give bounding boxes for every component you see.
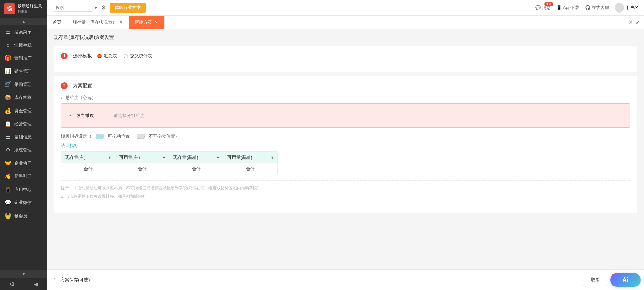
tab-home[interactable]: 首页 [47,16,67,29]
topbar-search: ▾ [53,4,97,12]
stats-col-0: 现存量(主) ▾ [61,152,115,163]
stats-col-1-dropdown[interactable]: ▾ [163,155,165,160]
logo-text: 畅康通好生意 [18,4,42,9]
radio-cross-input[interactable] [124,54,128,58]
save-checkbox[interactable]: 方案保存(可选) [54,277,90,283]
purchase-icon: 🛒 [5,81,11,88]
sidebar-item-cooperation[interactable]: 🤝 企业协同 [0,156,47,170]
ai-fab-button[interactable]: Ai [610,273,641,287]
radio-summary-input[interactable] [97,54,102,58]
topbar-gear-button[interactable]: ⚙ [101,4,106,11]
page-title: 现存量(库存状况表)方案设置 [54,34,637,41]
sales-icon: 📊 [5,68,11,74]
tab-inventory-status[interactable]: 现存量（库存状况表） ✕ [67,16,129,29]
indicators-label-text: 模板指标设定（ [61,133,92,139]
sidebar-item-inventory[interactable]: 📦 库存核算 [0,91,47,104]
sidebar-item-member[interactable]: 👑 畅会员 [0,209,47,222]
sidebar-scroll-up[interactable]: ▲ [0,18,47,25]
sidebar-item-new-guide[interactable]: 👋 新手引导 [0,170,47,183]
stats-label: 统计指标 [61,143,630,149]
sidebar-item-marketing[interactable]: 🎁 营销推广 [0,51,47,65]
wechat-icon: 💬 [5,199,11,206]
sidebar-item-app-center[interactable]: 📱 应用中心 [0,183,47,196]
stats-col-1-label: 可用量(主) [119,154,140,161]
logo-icon: 畅 [4,3,15,14]
new-guide-icon: 👋 [5,173,11,179]
topbar: ▾ ⚙ 体验行业方案 💬 消息 99+ 📱 App下载 🎧 在线客服 用户名 [47,0,644,16]
window-buttons: ✕ ⤢ [628,19,644,25]
sidebar-label-new-guide: 新手引导 [14,173,32,179]
tab-new-scheme-close[interactable]: ✕ [154,20,159,25]
radio-cross-label: 交叉统计表 [130,53,152,59]
save-checkbox-input[interactable] [54,278,58,282]
collapse-button[interactable]: ◀ [34,281,38,287]
sidebar-nav: ☰ 搜索菜单 ⌂ 快捷导航 🎁 营销推广 📊 销售管理 🛒 采购管理 📦 库存核… [0,25,47,270]
sidebar-item-search-menu[interactable]: ☰ 搜索菜单 [0,25,47,39]
stats-col-2-dropdown[interactable]: ▾ [217,155,219,160]
tab-home-label: 首页 [53,19,61,25]
sidebar-label-wechat: 企业微信 [14,200,32,206]
dimension-required-label: 汇总维度（必选） [61,95,630,101]
app-download-icon: 📱 [556,5,562,10]
tab-new-scheme-label: 新建方案 [134,19,152,25]
sidebar-label-marketing: 营销推广 [14,55,32,61]
sidebar-item-basic-info[interactable]: 🗃 基础信息 [0,130,47,143]
username-label: 用户名 [625,5,639,11]
tabs-bar: 首页 现存量（库存状况表） ✕ 新建方案 ✕ ✕ ⤢ [47,16,644,29]
radio-summary[interactable]: 汇总表 [97,53,117,59]
tab-inventory-label: 现存量（库存状况表） [73,19,117,25]
basic-info-icon: 🗃 [5,134,11,140]
close-window-button[interactable]: ✕ [628,19,633,25]
settings-button[interactable]: ⚙ [10,281,15,287]
online-service-button[interactable]: 🎧 在线客服 [585,5,609,11]
fixed-badge [137,134,145,139]
sidebar-label-purchase: 采购管理 [14,81,32,88]
step2-header: 2 方案配置 [61,82,630,89]
maximize-window-button[interactable]: ⤢ [636,19,640,25]
sidebar-item-business[interactable]: 📋 经营管理 [0,117,47,130]
tips-section: 提示： 1.拖动标题栏可以调整布局，不可跨维度或指标区域拖动列字段(只能在同一维… [61,180,630,206]
dimension-box: * 纵向维度 —— 请选择分组维度 [61,103,630,128]
message-icon: 💬 [535,5,541,10]
sidebar-item-purchase[interactable]: 🛒 采购管理 [0,78,47,91]
user-profile-button[interactable]: 用户名 [615,3,639,13]
sidebar-label-system: 系统管理 [14,147,32,153]
sidebar-label-inventory: 库存核算 [14,95,32,101]
app-center-icon: 📱 [5,186,11,193]
stats-col-2-label: 现存量(基辅) [173,154,198,161]
tab-new-scheme[interactable]: 新建方案 ✕ [129,16,165,29]
fixed-badge-label: 不可拖动位置） [149,133,179,139]
search-dropdown-button[interactable]: ▾ [95,5,97,10]
stats-table-header: 现存量(主) ▾ 可用量(主) ▾ 现存量(基辅) ▾ 可用量(基辅) [61,152,277,163]
stats-col-3-dropdown[interactable]: ▾ [271,155,273,160]
member-icon: 👑 [5,213,11,219]
sidebar-logo: 畅 畅康通好生意 标准版 [0,0,47,18]
sidebar-item-finance[interactable]: 💰 资金管理 [0,104,47,117]
dimension-placeholder[interactable]: 请选择分组维度 [114,113,144,119]
sidebar-scroll-down[interactable]: ▼ [0,270,47,278]
avatar [615,3,624,13]
search-menu-icon: ☰ [5,29,11,35]
app-download-button[interactable]: 📱 App下载 [556,5,579,11]
sidebar-item-wechat[interactable]: 💬 企业微信 [0,196,47,209]
sidebar-bottom: ⚙ ◀ [0,278,47,290]
tip-1: 提示： 1.拖动标题栏可以调整布局，不可跨维度或指标区域拖动列字段(只能在同一维… [61,185,630,191]
marketing-icon: 🎁 [5,55,11,61]
main-area: ▾ ⚙ 体验行业方案 💬 消息 99+ 📱 App下载 🎧 在线客服 用户名 [47,0,644,290]
search-input[interactable] [53,4,93,12]
message-button[interactable]: 💬 消息 99+ [535,5,551,11]
experience-btn[interactable]: 体验行业方案 [110,3,146,13]
radio-cross[interactable]: 交叉统计表 [124,53,152,59]
sidebar-item-quick-nav[interactable]: ⌂ 快捷导航 [0,39,47,51]
cooperation-icon: 🤝 [5,160,11,166]
sidebar-label-sales: 销售管理 [14,68,32,74]
dimension-area: 汇总维度（必选） * 纵向维度 —— 请选择分组维度 [61,95,630,128]
sidebar-item-system[interactable]: ⚙ 系统管理 [0,143,47,156]
cancel-button[interactable]: 取消 [583,274,608,286]
tab-inventory-close[interactable]: ✕ [119,20,123,25]
sidebar-item-sales[interactable]: 📊 销售管理 [0,65,47,78]
stats-col-0-dropdown[interactable]: ▾ [109,155,111,160]
save-label: 方案保存(可选) [60,277,90,283]
stats-col-3: 可用量(基辅) ▾ [223,152,277,163]
sidebar-label-cooperation: 企业协同 [14,160,32,166]
